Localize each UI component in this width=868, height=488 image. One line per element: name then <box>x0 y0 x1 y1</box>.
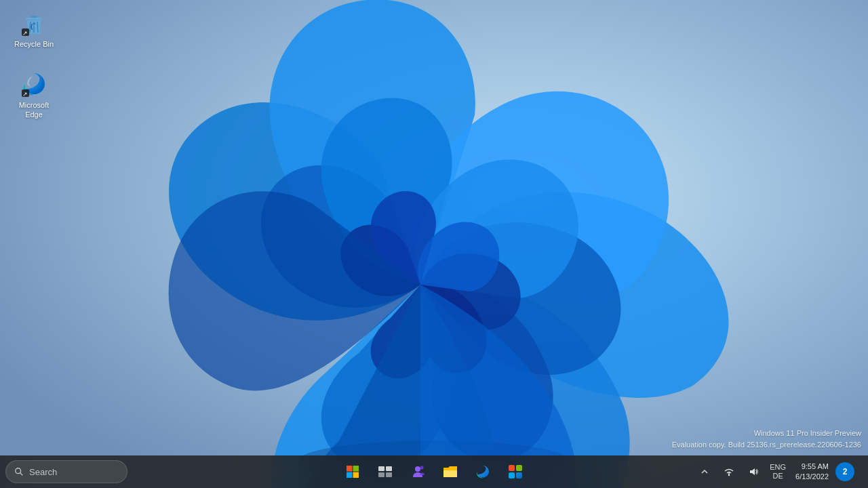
taskbar-right: ENG DE 9:55 AM 6/13/2022 2 <box>694 457 863 487</box>
svg-text:↗: ↗ <box>22 30 28 37</box>
svg-rect-26 <box>509 472 515 479</box>
edge-image: ↗ <box>20 70 47 98</box>
microsoft-edge-icon[interactable]: ↗ Microsoft Edge <box>7 68 61 123</box>
clock-date: 6/13/2022 <box>795 472 829 482</box>
task-view-button[interactable] <box>370 457 400 487</box>
teams-icon <box>410 464 426 480</box>
taskbar: Search <box>0 455 868 488</box>
edge-taskbar-button[interactable] <box>468 457 498 487</box>
language-line2: DE <box>773 472 783 481</box>
edge-label: Microsoft Edge <box>9 100 58 120</box>
file-explorer-icon <box>442 464 458 480</box>
svg-rect-19 <box>378 472 384 477</box>
language-button[interactable]: ENG DE <box>767 458 789 485</box>
svg-rect-27 <box>516 472 522 479</box>
file-explorer-button[interactable] <box>435 457 465 487</box>
svg-rect-24 <box>509 465 515 471</box>
svg-point-22 <box>420 466 424 470</box>
svg-point-21 <box>415 466 420 472</box>
notification-button[interactable]: 2 <box>835 462 854 481</box>
svg-rect-15 <box>347 472 353 479</box>
desktop-wallpaper <box>0 0 868 488</box>
network-icon <box>724 466 734 477</box>
svg-rect-25 <box>516 465 522 471</box>
network-button[interactable] <box>718 461 740 483</box>
svg-text:↗: ↗ <box>22 91 28 98</box>
taskbar-center <box>338 457 530 487</box>
clock-time: 9:55 AM <box>802 462 829 472</box>
show-desktop-button[interactable] <box>857 457 863 487</box>
svg-line-6 <box>37 22 38 33</box>
store-icon <box>507 464 524 480</box>
svg-rect-3 <box>31 16 37 18</box>
svg-rect-18 <box>386 466 392 471</box>
teams-button[interactable] <box>403 457 433 487</box>
svg-rect-14 <box>353 466 359 472</box>
task-view-icon <box>377 464 393 480</box>
svg-rect-17 <box>378 466 384 471</box>
svg-line-4 <box>30 22 31 33</box>
chevron-up-icon <box>699 466 710 477</box>
search-label: Search <box>29 467 57 477</box>
svg-rect-20 <box>386 472 392 477</box>
recycle-bin-icon[interactable]: ↗ Recycle Bin <box>7 7 61 52</box>
svg-point-11 <box>16 468 21 474</box>
store-button[interactable] <box>500 457 530 487</box>
search-box[interactable]: Search <box>5 460 127 483</box>
svg-rect-2 <box>26 18 42 20</box>
clock-button[interactable]: 9:55 AM 6/13/2022 <box>791 458 833 485</box>
svg-point-28 <box>728 474 730 476</box>
search-icon <box>14 467 24 476</box>
windows-logo-icon <box>344 464 361 480</box>
volume-button[interactable] <box>743 461 764 483</box>
recycle-bin-image: ↗ <box>20 9 47 37</box>
svg-rect-13 <box>347 466 353 472</box>
recycle-bin-label: Recycle Bin <box>14 39 54 49</box>
show-hidden-icons-button[interactable] <box>694 461 715 483</box>
desktop: ↗ Recycle Bin <box>0 0 868 488</box>
language-line1: ENG <box>770 463 786 472</box>
edge-taskbar-icon <box>475 464 491 480</box>
notification-count: 2 <box>843 467 848 476</box>
svg-rect-16 <box>353 472 359 479</box>
volume-icon <box>748 466 759 477</box>
start-button[interactable] <box>338 457 368 487</box>
svg-line-12 <box>20 473 23 476</box>
